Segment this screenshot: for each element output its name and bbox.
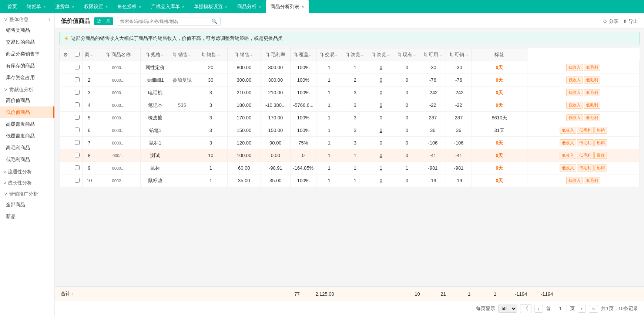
row-qty: 20: [194, 61, 227, 74]
row-view1[interactable]: 0: [368, 112, 394, 124]
view1-link[interactable]: 0: [380, 140, 382, 146]
row-checkbox-cell[interactable]: [72, 174, 83, 187]
nav-role-close[interactable]: ×: [139, 4, 141, 9]
row-trade: 3: [342, 112, 368, 124]
row-checkbox[interactable]: [75, 165, 80, 170]
nav-template[interactable]: 单据模板设置 ×: [189, 0, 232, 13]
last-page-button[interactable]: »: [589, 305, 598, 313]
nav-permission[interactable]: 权限设置 ×: [80, 0, 112, 13]
row-checkbox-cell[interactable]: [72, 112, 83, 124]
nav-analysis-list-close[interactable]: ×: [302, 4, 304, 9]
nav-purchase[interactable]: 进货单 ×: [51, 0, 78, 13]
row-view1[interactable]: 0: [368, 86, 394, 99]
row-checkbox-cell[interactable]: [72, 149, 83, 162]
prev-page-button[interactable]: ‹: [534, 305, 543, 313]
sidebar-item-low-value[interactable]: 低价值商品: [0, 106, 54, 118]
sidebar-group-liquidity[interactable]: > 流通性分析: [0, 166, 54, 177]
nav-warehouse[interactable]: 产成品入库单 ×: [147, 0, 189, 13]
row-view1[interactable]: 0: [368, 149, 394, 162]
nav-analysis[interactable]: 商品分析 ×: [233, 0, 265, 13]
nav-template-close[interactable]: ×: [225, 4, 227, 9]
row-checkbox[interactable]: [75, 115, 80, 120]
row-checkbox-cell[interactable]: [72, 99, 83, 112]
sidebar-item-low-coverage[interactable]: 低覆盖度商品: [0, 130, 54, 142]
row-view1[interactable]: 0: [368, 99, 394, 112]
first-page-button[interactable]: 《: [520, 304, 531, 313]
page-size-select[interactable]: 50 100 200: [498, 305, 517, 313]
view1-link[interactable]: 1: [380, 165, 382, 171]
search-input[interactable]: [120, 19, 211, 24]
sidebar-group-overview[interactable]: ∨ 整体信息 《: [0, 13, 54, 24]
row-view1[interactable]: 0: [368, 61, 394, 74]
row-checkbox[interactable]: [75, 140, 80, 145]
sidebar-group-contribution[interactable]: ∨ 贡献值分析: [0, 84, 54, 95]
sidebar-item-new-goods[interactable]: 新品: [0, 211, 54, 222]
row-checkbox-cell[interactable]: [72, 86, 83, 99]
select-all-checkbox[interactable]: [75, 52, 80, 57]
sidebar-item-sales-goods[interactable]: 销售类商品: [0, 24, 54, 36]
row-num: 8: [83, 149, 96, 162]
row-checkbox[interactable]: [75, 128, 80, 132]
nav-role[interactable]: 角色授权 ×: [113, 0, 145, 13]
export-button[interactable]: ⬆ 导出: [623, 18, 638, 25]
view1-link[interactable]: 0: [380, 90, 382, 95]
sidebar-item-stock-goods[interactable]: 有库存的商品: [0, 60, 54, 72]
row-checkbox-cell[interactable]: [72, 61, 83, 74]
view1-link[interactable]: 0: [380, 178, 382, 183]
next-page-button[interactable]: ›: [578, 305, 586, 313]
sidebar-item-category-sales[interactable]: 商品分类销售率: [0, 48, 54, 60]
row-trade: 3: [342, 137, 368, 149]
row-view1[interactable]: 0: [368, 137, 394, 149]
page-number-input[interactable]: [554, 305, 567, 312]
row-days: 0天: [472, 61, 527, 74]
row-checkbox[interactable]: [75, 153, 80, 157]
share-button[interactable]: ⟳ 分享: [603, 18, 618, 25]
nav-analysis-close[interactable]: ×: [259, 4, 261, 9]
sidebar-item-high-coverage[interactable]: 高覆盖度商品: [0, 118, 54, 130]
view1-link[interactable]: 0: [380, 115, 382, 120]
row-checkbox-cell[interactable]: [72, 162, 83, 174]
sidebar-item-stock-capital[interactable]: 库存资金占用: [0, 72, 54, 84]
view1-link[interactable]: 0: [380, 128, 382, 133]
row-checkbox[interactable]: [75, 178, 80, 183]
row-stock2: 287: [446, 112, 472, 124]
sidebar-collapse-overview[interactable]: 《: [46, 16, 51, 23]
sidebar-item-high-margin[interactable]: 高毛利商品: [0, 142, 54, 154]
row-stock1: -30: [420, 61, 446, 74]
nav-permission-close[interactable]: ×: [105, 4, 108, 9]
row-view1[interactable]: 0: [368, 74, 394, 86]
nav-sales[interactable]: 销货单 ×: [22, 0, 50, 13]
nav-home[interactable]: 首页: [3, 0, 21, 13]
sidebar-group-growth[interactable]: > 成长性分析: [0, 177, 54, 188]
sidebar-item-traded-goods[interactable]: 交易过的商品: [0, 36, 54, 48]
row-view1[interactable]: 0: [368, 174, 394, 187]
row-view1[interactable]: 0: [368, 124, 394, 137]
view1-link[interactable]: 0: [380, 153, 382, 158]
nav-sales-close[interactable]: ×: [43, 4, 46, 9]
sidebar-item-high-value[interactable]: 高价值商品: [0, 95, 54, 106]
search-icon[interactable]: 🔍: [211, 18, 217, 24]
row-checkbox[interactable]: [75, 77, 80, 82]
nav-purchase-close[interactable]: ×: [72, 4, 74, 9]
nav-warehouse-close[interactable]: ×: [182, 4, 184, 9]
product-tag: 低毛利: [577, 152, 594, 159]
row-checkbox[interactable]: [75, 90, 80, 95]
filter-tag-button[interactable]: 近一月: [94, 17, 113, 25]
sidebar-item-low-margin[interactable]: 低毛利商品: [0, 154, 54, 166]
total-stock1: -1194: [508, 291, 534, 297]
table-wrapper[interactable]: ⚙ 商... ⇅ 商品名称 ⇅ 规格... ⇅ 销售... ⇅ 销售... ⇅ …: [59, 48, 640, 286]
col-settings[interactable]: ⚙: [60, 48, 72, 61]
row-checkbox-cell[interactable]: [72, 124, 83, 137]
row-checkbox[interactable]: [75, 102, 80, 107]
view1-link[interactable]: 0: [380, 77, 382, 83]
row-view1[interactable]: 1: [368, 162, 394, 174]
sidebar-group-marketing[interactable]: ∨ 营销推广分析: [0, 188, 54, 199]
view1-link[interactable]: 0: [380, 102, 382, 108]
row-checkbox-cell[interactable]: [72, 137, 83, 149]
sidebar-item-all-goods[interactable]: 全部商品: [0, 199, 54, 211]
nav-analysis-list[interactable]: 商品分析列表 ×: [266, 0, 308, 13]
view1-link[interactable]: 0: [380, 65, 382, 70]
row-checkbox[interactable]: [75, 65, 80, 69]
row-checkbox-cell[interactable]: [72, 74, 83, 86]
col-checkbox[interactable]: [72, 48, 83, 61]
